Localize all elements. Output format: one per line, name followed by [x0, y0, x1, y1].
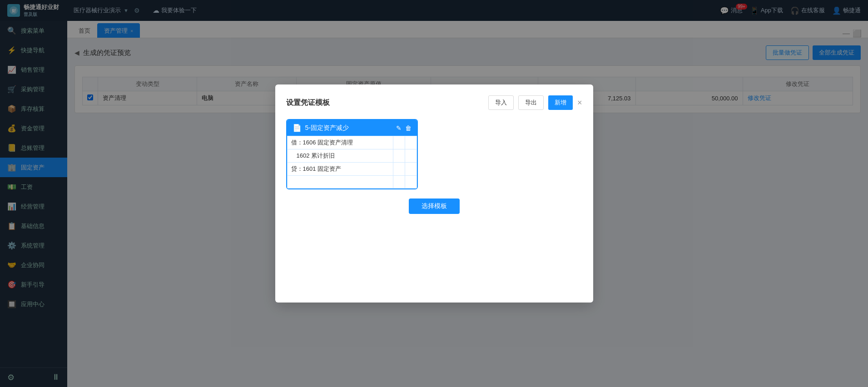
template-table: 借：1606 固定资产清理 1602 累计折旧 贷：1601 固定资产 — [287, 136, 417, 189]
template-edit-icon[interactable]: ✎ — [396, 124, 402, 132]
template-header-actions: ✎ 🗑 — [396, 124, 412, 132]
template-row-1-val2 — [405, 136, 417, 149]
template-row-3-val1 — [393, 163, 405, 176]
template-row-2-val1 — [393, 149, 405, 163]
template-row-1-label: 借：1606 固定资产清理 — [287, 136, 393, 149]
template-row-2-val2 — [405, 149, 417, 163]
template-empty-2 — [393, 176, 405, 189]
modal-close-button[interactable]: × — [577, 99, 582, 107]
app-layout: 财 畅捷通好业财 普及版 医疗器械行业演示 ▼ ⚙ ☁ 我要体验一下 💬 消息 … — [0, 0, 868, 387]
new-button[interactable]: 新增 — [548, 95, 573, 110]
select-template-button[interactable]: 选择模板 — [409, 198, 460, 214]
modal-header: 设置凭证模板 导入 导出 新增 × — [286, 95, 582, 110]
template-card: 📄 5-固定资产减少 ✎ 🗑 借：1606 固定资产清理 — [286, 119, 418, 189]
template-row-3-label: 贷：1601 固定资产 — [287, 163, 393, 176]
template-row-2-label: 1602 累计折旧 — [287, 149, 393, 163]
template-delete-icon[interactable]: 🗑 — [405, 124, 412, 132]
template-empty-1 — [287, 176, 393, 189]
template-row-empty — [287, 176, 417, 189]
set-template-modal: 设置凭证模板 导入 导出 新增 × 📄 5-固定资产减少 — [275, 84, 593, 303]
template-title: 5-固定资产减少 — [305, 124, 349, 132]
template-row-2: 1602 累计折旧 — [287, 149, 417, 163]
modal-title: 设置凭证模板 — [286, 98, 330, 108]
template-row-1: 借：1606 固定资产清理 — [287, 136, 417, 149]
template-doc-icon: 📄 — [293, 124, 302, 132]
template-header-left: 📄 5-固定资产减少 — [293, 124, 349, 132]
modal-overlay: 设置凭证模板 导入 导出 新增 × 📄 5-固定资产减少 — [0, 0, 868, 387]
template-row-3-val2 — [405, 163, 417, 176]
modal-actions: 导入 导出 新增 — [488, 95, 573, 110]
template-card-header: 📄 5-固定资产减少 ✎ 🗑 — [287, 120, 417, 136]
template-empty-3 — [405, 176, 417, 189]
template-row-3: 贷：1601 固定资产 — [287, 163, 417, 176]
export-button[interactable]: 导出 — [518, 95, 544, 110]
template-row-1-val1 — [393, 136, 405, 149]
import-button[interactable]: 导入 — [488, 95, 514, 110]
modal-body: 📄 5-固定资产减少 ✎ 🗑 借：1606 固定资产清理 — [286, 119, 582, 264]
